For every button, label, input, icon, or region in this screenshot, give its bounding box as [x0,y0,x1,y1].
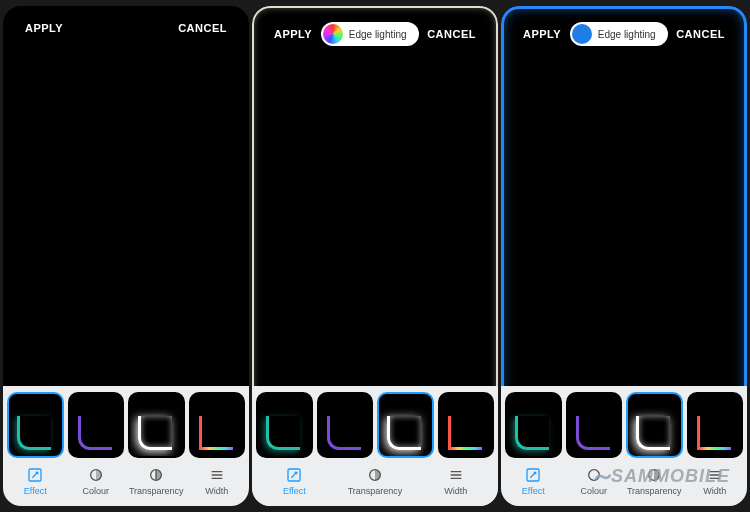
tab-effect[interactable]: Effect [503,466,564,496]
bottom-panel: Effect Transparency Width [252,386,498,506]
width-icon [706,466,724,484]
tab-label: Effect [283,486,306,496]
colour-swatch-icon [323,24,343,44]
effect-thumbnails [501,386,747,460]
effect-thumb[interactable] [377,392,434,458]
effect-thumb[interactable] [128,392,185,458]
tab-transparency[interactable]: Transparency [335,466,416,496]
effect-thumbnails [3,386,249,460]
effect-icon [285,466,303,484]
effect-thumb[interactable] [7,392,64,458]
tab-bar: Effect Colour Transparency Width [501,460,747,506]
pill-label: Edge lighting [349,29,407,40]
colour-icon [585,466,603,484]
pill-label: Edge lighting [598,29,656,40]
edge-lighting-pill[interactable]: Edge lighting [570,22,668,46]
effect-thumb[interactable] [256,392,313,458]
colour-icon [87,466,105,484]
bottom-panel: Effect Colour Transparency Width [501,386,747,506]
effect-thumb[interactable] [566,392,623,458]
tab-label: Transparency [129,486,184,496]
tab-transparency[interactable]: Transparency [126,466,187,496]
effect-thumb[interactable] [68,392,125,458]
effect-thumb[interactable] [438,392,495,458]
effect-thumb[interactable] [189,392,246,458]
phone-screen-3: APPLY Edge lighting CANCEL Effect [501,6,747,506]
transparency-icon [147,466,165,484]
tab-label: Transparency [627,486,682,496]
tab-width[interactable]: Width [415,466,496,496]
colour-swatch-icon [572,24,592,44]
tab-label: Colour [82,486,109,496]
effect-thumb[interactable] [505,392,562,458]
tab-label: Width [205,486,228,496]
tab-width[interactable]: Width [187,466,248,496]
effect-thumb[interactable] [626,392,683,458]
apply-button[interactable]: APPLY [274,28,312,40]
cancel-button[interactable]: CANCEL [178,22,227,34]
tab-label: Effect [24,486,47,496]
tab-label: Transparency [348,486,403,496]
screenshot-triptych: APPLY CANCEL Effect Colour [0,0,750,512]
tab-effect[interactable]: Effect [254,466,335,496]
top-bar: APPLY Edge lighting CANCEL [501,22,747,46]
cancel-button[interactable]: CANCEL [676,28,725,40]
tab-bar: Effect Colour Transparency Width [3,460,249,506]
tab-effect[interactable]: Effect [5,466,66,496]
tab-label: Colour [580,486,607,496]
tab-bar: Effect Transparency Width [252,460,498,506]
edge-lighting-pill[interactable]: Edge lighting [321,22,419,46]
effect-icon [524,466,542,484]
tab-label: Effect [522,486,545,496]
top-bar: APPLY Edge lighting CANCEL [252,22,498,46]
tab-colour[interactable]: Colour [66,466,127,496]
tab-colour[interactable]: Colour [564,466,625,496]
tab-transparency[interactable]: Transparency [624,466,685,496]
cancel-button[interactable]: CANCEL [427,28,476,40]
svg-point-6 [588,470,599,481]
phone-screen-2: APPLY Edge lighting CANCEL Effect [252,6,498,506]
transparency-icon [645,466,663,484]
transparency-icon [366,466,384,484]
width-icon [208,466,226,484]
phone-screen-1: APPLY CANCEL Effect Colour [3,6,249,506]
tab-label: Width [703,486,726,496]
tab-width[interactable]: Width [685,466,746,496]
apply-button[interactable]: APPLY [523,28,561,40]
width-icon [447,466,465,484]
effect-thumb[interactable] [687,392,744,458]
effect-thumbnails [252,386,498,460]
apply-button[interactable]: APPLY [25,22,63,34]
effect-thumb[interactable] [317,392,374,458]
tab-label: Width [444,486,467,496]
bottom-panel: Effect Colour Transparency Width [3,386,249,506]
top-bar: APPLY CANCEL [3,22,249,34]
effect-icon [26,466,44,484]
